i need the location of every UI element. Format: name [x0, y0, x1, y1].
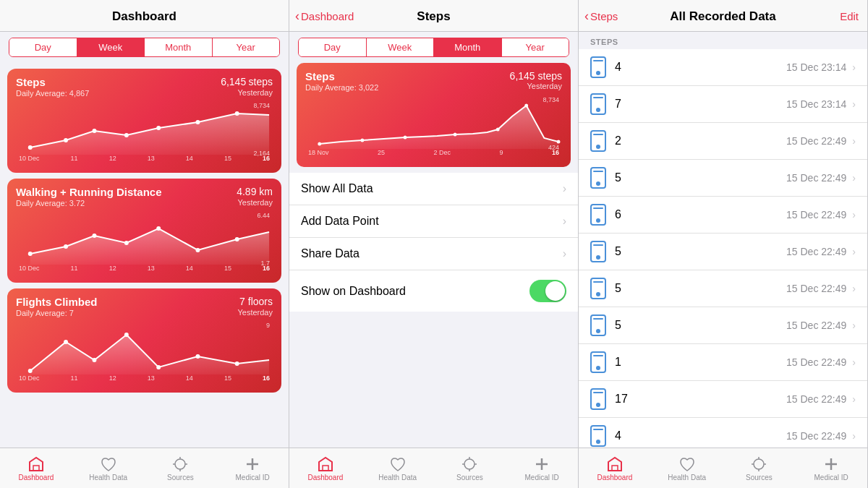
entry-time-7: 15 Dec 22:49 — [786, 320, 846, 331]
svg-point-11 — [93, 234, 97, 238]
back-to-dashboard[interactable]: ‹ Dashboard — [295, 9, 354, 24]
menu-add-chevron: › — [563, 215, 566, 228]
p2-tab-bar: Dashboard Health Data Sources Medical ID — [289, 448, 578, 488]
entry-time-0: 15 Dec 23:14 — [786, 61, 846, 73]
p2-avg: Daily Average: 3,022 — [305, 83, 378, 92]
svg-point-33 — [360, 139, 364, 142]
phone-icon-8 — [590, 351, 606, 373]
distance-card[interactable]: Walking + Running Distance 4.89 km Daily… — [7, 179, 281, 283]
svg-point-13 — [156, 226, 161, 231]
list-item[interactable]: 17 15 Dec 22:49 › — [579, 381, 867, 418]
tab-p1-sources-label: Sources — [167, 474, 194, 481]
cards-wrapper: Steps 6,145 steps Daily Average: 4,867 Y… — [0, 63, 289, 404]
steps-min: 2,164 — [253, 150, 270, 157]
p3-health-icon — [678, 456, 696, 472]
tab-p2-health[interactable]: Health Data — [362, 451, 434, 487]
tab-p3-medical-label: Medical ID — [814, 474, 848, 481]
steps-card[interactable]: Steps 6,145 steps Daily Average: 4,867 Y… — [7, 69, 281, 173]
flights-card[interactable]: Flights Climbed 7 floors Daily Average: … — [7, 288, 281, 393]
toggle-knob — [545, 281, 565, 301]
svg-point-35 — [454, 133, 457, 137]
svg-point-3 — [93, 129, 97, 133]
seg-day-p2[interactable]: Day — [299, 38, 367, 56]
recorded-list: 4 15 Dec 23:14 › 7 15 Dec 23:14 › 2 15 D… — [579, 49, 867, 448]
list-item[interactable]: 4 15 Dec 23:14 › — [579, 49, 867, 86]
svg-point-12 — [124, 241, 129, 245]
entry-chevron-9: › — [852, 393, 856, 405]
tab-p3-dashboard[interactable]: Dashboard — [579, 451, 651, 487]
steps-title-row: Steps 6,145 steps — [16, 76, 273, 88]
list-item[interactable]: 1 15 Dec 22:49 › — [579, 344, 867, 381]
entry-time-10: 15 Dec 22:49 — [786, 430, 846, 442]
p2-value: 6,145 steps — [510, 70, 562, 82]
phone-icon-9 — [590, 388, 606, 410]
distance-title-row: Walking + Running Distance 4.89 km — [16, 186, 273, 198]
p2-left: Steps Daily Average: 3,022 — [305, 70, 378, 92]
p2-dashboard-icon — [317, 456, 334, 472]
tab-p2-dashboard[interactable]: Dashboard — [289, 451, 362, 487]
menu-show-dashboard[interactable]: Show on Dashboard — [289, 270, 578, 312]
seg-year-p1[interactable]: Year — [213, 38, 280, 56]
list-item[interactable]: 5 15 Dec 22:49 › — [579, 160, 867, 197]
svg-point-46 — [754, 459, 764, 469]
list-item[interactable]: 7 15 Dec 23:14 › — [579, 86, 867, 123]
tab-p1-dashboard[interactable]: Dashboard — [0, 451, 72, 487]
svg-point-15 — [235, 237, 239, 241]
seg-week-p2[interactable]: Week — [367, 38, 435, 56]
entry-chevron-3: › — [852, 172, 856, 184]
entry-value-9: 17 — [615, 393, 786, 406]
tab-p3-medical[interactable]: Medical ID — [795, 451, 867, 487]
flights-value: 7 floors — [239, 296, 273, 307]
phone-icon-6 — [590, 278, 606, 299]
tab-p3-health[interactable]: Health Data — [651, 451, 723, 487]
svg-point-32 — [318, 142, 321, 146]
flights-title-row: Flights Climbed 7 floors — [16, 296, 273, 308]
p3-medical-icon — [822, 456, 840, 472]
seg-year-p2[interactable]: Year — [502, 38, 569, 56]
seg-day-p1[interactable]: Day — [9, 38, 77, 56]
list-item[interactable]: 2 15 Dec 22:49 › — [579, 123, 867, 160]
menu-share-data[interactable]: Share Data › — [289, 238, 578, 270]
list-item[interactable]: 4 15 Dec 22:49 › — [579, 418, 867, 448]
tab-p1-sources[interactable]: Sources — [145, 451, 217, 487]
health-icon — [100, 456, 117, 472]
seg-week-p1[interactable]: Week — [77, 38, 145, 56]
flights-chart: 9 — [16, 320, 273, 393]
svg-point-4 — [124, 133, 129, 137]
entry-value-1: 7 — [615, 98, 786, 111]
p2-chart-wrapper: Steps Daily Average: 3,022 6,145 steps Y… — [297, 63, 571, 167]
p3-tab-bar: Dashboard Health Data Sources Medical ID — [579, 448, 867, 488]
back-to-steps[interactable]: ‹ Steps — [584, 9, 618, 24]
list-item[interactable]: 5 15 Dec 22:49 › — [579, 234, 867, 270]
dashboard-segment-control: Day Week Month Year — [9, 38, 280, 57]
tab-p2-dashboard-label: Dashboard — [307, 474, 343, 481]
tab-p1-health[interactable]: Health Data — [72, 451, 145, 487]
list-item[interactable]: 5 15 Dec 22:49 › — [579, 307, 867, 344]
menu-add-data[interactable]: Add Data Point › — [289, 205, 578, 238]
seg-month-p1[interactable]: Month — [145, 38, 213, 56]
steps-segment-control: Day Week Month Year — [298, 38, 569, 57]
dashboard-toggle[interactable] — [529, 280, 566, 302]
panel-steps: ‹ Dashboard Steps Day Week Month Year St… — [289, 0, 579, 488]
tab-p1-medical-label: Medical ID — [236, 474, 270, 481]
tab-p2-medical[interactable]: Medical ID — [506, 451, 578, 487]
p2-max: 8,734 — [542, 96, 559, 103]
entry-chevron-5: › — [852, 246, 856, 257]
recorded-content: STEPS 4 15 Dec 23:14 › 7 15 Dec 23:14 › … — [579, 32, 867, 448]
tab-p3-sources[interactable]: Sources — [723, 451, 796, 487]
seg-month-p2[interactable]: Month — [434, 38, 502, 56]
menu-show-all[interactable]: Show All Data › — [289, 173, 578, 205]
dashboard-content: Steps 6,145 steps Daily Average: 4,867 Y… — [0, 63, 289, 448]
steps-section-header: STEPS — [579, 32, 867, 49]
tab-p2-sources[interactable]: Sources — [434, 451, 506, 487]
entry-chevron-4: › — [852, 209, 856, 221]
flights-date-labels: 10 Dec 11 12 13 14 15 16 — [16, 374, 273, 386]
edit-button[interactable]: Edit — [840, 10, 859, 22]
entry-value-6: 5 — [615, 282, 786, 295]
flights-title: Flights Climbed — [16, 296, 98, 308]
p2-health-icon — [389, 456, 407, 472]
p2-card-top: Steps Daily Average: 3,022 6,145 steps Y… — [305, 70, 562, 92]
list-item[interactable]: 5 15 Dec 22:49 › — [579, 270, 867, 307]
tab-p1-medical[interactable]: Medical ID — [216, 451, 289, 487]
list-item[interactable]: 6 15 Dec 22:49 › — [579, 197, 867, 234]
